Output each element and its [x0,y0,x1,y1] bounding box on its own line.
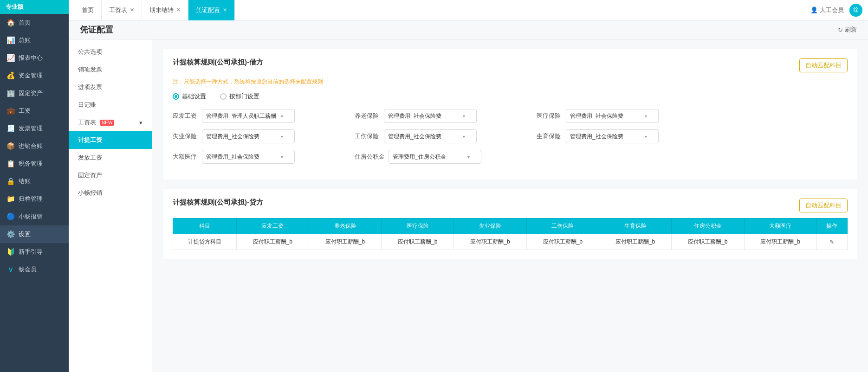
row-maternity: 应付职工薪酬_b [599,234,671,250]
sidebar-item-payroll[interactable]: 💼 工资 [0,102,69,120]
sidebar-item-label: 结账 [19,177,31,186]
sidebar-item-label: 设置 [19,230,31,238]
sidebar-item-mini-expense[interactable]: 🔵 小畅报销 [0,208,69,225]
top-bar: 首页 工资表 ✕ 期末结转 ✕ 凭证配置 ✕ 👤 大工会员 徐 [69,0,868,20]
edit-icon[interactable]: ✎ [829,239,834,245]
unemployment-select[interactable]: 管理费用_社会保险费 ▾ [202,129,295,143]
sidebar-item-label: 固定资产 [19,89,43,97]
sidebar-item-label: 报表中心 [19,54,43,62]
tab-payroll-table[interactable]: 工资表 ✕ [102,0,142,20]
sidebar-item-home[interactable]: 🏠 首页 [0,14,69,32]
left-nav-label: 进项发票 [78,83,102,91]
debit-header-row: 计提核算规则(公司承担)-借方 自动匹配科目 [173,58,848,72]
sidebar-item-member[interactable]: V 畅会员 [0,261,69,278]
chevron-down-icon: ▾ [645,114,647,119]
sidebar-item-purchase-sales[interactable]: 📦 进销台账 [0,137,69,155]
row-pension: 应付职工薪酬_b [309,234,381,250]
sidebar-item-archive-management[interactable]: 📁 归档管理 [0,190,69,208]
credit-auto-match-button[interactable]: 自动匹配科目 [799,199,848,212]
debit-auto-match-button[interactable]: 自动匹配科目 [799,58,848,72]
left-nav-label: 公共选项 [78,48,102,56]
row-housing-fund: 应付职工薪酬_b [672,234,744,250]
sidebar-item-closing[interactable]: 🔒 结账 [0,173,69,190]
sidebar-item-invoice-management[interactable]: 🧾 发票管理 [0,120,69,137]
maternity-select[interactable]: 管理费用_社会保险费 ▾ [566,129,659,143]
invoice-icon: 🧾 [6,124,15,133]
sidebar-item-label: 归档管理 [19,195,43,203]
new-badge: NEW [100,120,114,126]
tab-period-label: 期末结转 [149,6,174,14]
main-section: 计提核算规则(公司承担)-借方 自动匹配科目 注：只能选择一种方式，系统将按照您… [152,39,868,372]
col-injury: 工伤保险 [526,218,599,234]
member-icon: V [6,266,15,273]
left-nav-sales-invoice[interactable]: 销项发票 [69,61,152,78]
row-subject: 计提贷方科目 [173,234,237,250]
left-nav-mini-expense[interactable]: 小畅报销 [69,184,152,202]
debit-section-note: 注：只能选择一种方式，系统将按照您当前的选择来配置规则 [173,78,848,86]
left-nav-payroll-table[interactable]: 工资表 NEW ▾ [69,114,152,131]
tab-period-close-icon[interactable]: ✕ [176,7,181,13]
debit-form-item-major-medical: 大额医疗 管理费用_社会保险费 ▾ [173,150,349,164]
mini-expense-icon: 🔵 [6,212,15,221]
housing-fund-select[interactable]: 管理费用_住房公积金 ▾ [389,150,481,164]
sidebar: 专业版 🏠 首页 📊 总账 📈 报表中心 💰 资金管理 🏢 固定资产 💼 工资 … [0,0,69,372]
tab-voucher-config[interactable]: 凭证配置 ✕ [188,0,235,20]
radio-basic-settings[interactable]: 基础设置 [173,92,206,101]
left-nav-accrual-payroll[interactable]: 计提工资 [69,131,152,149]
sidebar-item-label: 发票管理 [19,124,43,133]
row-injury: 应付职工薪酬_b [526,234,599,250]
tab-voucher-close-icon[interactable]: ✕ [223,7,227,13]
pension-select-value: 管理费用_社会保险费 [388,112,441,120]
pension-select[interactable]: 管理费用_社会保险费 ▾ [384,109,477,123]
left-nav-public-options[interactable]: 公共选项 [69,43,152,61]
fund-icon: 💰 [6,71,15,80]
debit-form-item-housing-fund: 住房公积金 管理费用_住房公积金 ▾ [355,150,531,164]
col-action: 操作 [816,218,847,234]
tab-period-closing[interactable]: 期末结转 ✕ [142,0,188,20]
left-nav-fixed-assets[interactable]: 固定资产 [69,167,152,184]
left-nav-disbursement-payroll[interactable]: 发放工资 [69,149,152,167]
tab-home[interactable]: 首页 [74,0,102,20]
debit-section: 计提核算规则(公司承担)-借方 自动匹配科目 注：只能选择一种方式，系统将按照您… [163,49,857,180]
home-icon: 🏠 [6,19,15,27]
sidebar-item-label: 总账 [19,36,31,45]
chevron-down-icon: ▾ [281,114,283,119]
injury-select[interactable]: 管理费用_社会保险费 ▾ [384,129,477,143]
left-nav-purchase-invoice[interactable]: 进项发票 [69,78,152,96]
left-nav-label: 发放工资 [78,154,102,162]
sidebar-item-report-center[interactable]: 📈 报表中心 [0,49,69,67]
refresh-button[interactable]: ↻ 刷新 [838,26,857,34]
salary-select[interactable]: 管理费用_管理人员职工薪酬 ▾ [202,109,295,123]
row-unemployment: 应付职工薪酬_b [454,234,526,250]
sidebar-item-tax-management[interactable]: 📋 税务管理 [0,155,69,173]
debit-form-item-maternity: 生育保险 管理费用_社会保险费 ▾ [537,129,713,143]
left-nav: 公共选项 销项发票 进项发票 日记账 工资表 NEW ▾ 计提工资 [69,39,152,372]
major-medical-select[interactable]: 管理费用_社会保险费 ▾ [202,150,295,164]
medical-select[interactable]: 管理费用_社会保险费 ▾ [566,109,659,123]
debit-section-title: 计提核算规则(公司承担)-借方 [173,58,263,67]
sidebar-item-label: 进销台账 [19,142,43,150]
tab-payroll-close-icon[interactable]: ✕ [130,7,134,13]
sidebar-item-settings[interactable]: ⚙️ 设置 [0,225,69,243]
left-nav-journal[interactable]: 日记账 [69,96,152,114]
app-edition: 专业版 [0,0,69,14]
col-major-medical: 大额医疗 [744,218,816,234]
col-housing-fund: 住房公积金 [672,218,744,234]
maternity-label: 生育保险 [537,132,562,141]
left-nav-label: 日记账 [78,101,96,109]
purchase-icon: 📦 [6,142,15,150]
sidebar-item-fixed-assets[interactable]: 🏢 固定资产 [0,84,69,102]
housing-fund-label: 住房公积金 [355,153,385,161]
row-action[interactable]: ✎ [816,234,847,250]
chevron-down-icon: ▾ [645,134,647,139]
major-medical-label: 大额医疗 [173,153,198,161]
sidebar-item-fund-management[interactable]: 💰 资金管理 [0,67,69,84]
sidebar-item-label: 小畅报销 [19,212,43,221]
radio-department-settings[interactable]: 按部门设置 [220,92,259,101]
unemployment-label: 失业保险 [173,132,198,141]
col-medical: 医疗保险 [382,218,454,234]
row-major-medical: 应付职工薪酬_b [744,234,816,250]
pension-label: 养老保险 [355,112,380,120]
sidebar-item-general-ledger[interactable]: 📊 总账 [0,32,69,49]
sidebar-item-new-user-guide[interactable]: 🔰 新手引导 [0,243,69,261]
